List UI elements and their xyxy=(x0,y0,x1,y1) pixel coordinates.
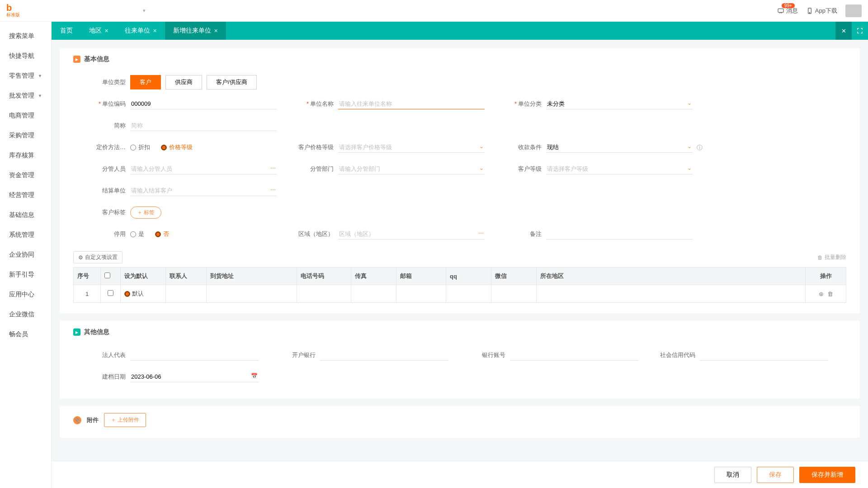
sidebar-item-purchase[interactable]: 采购管理 xyxy=(0,126,51,145)
custom-fields-button[interactable]: ⚙自定义项设置 xyxy=(73,251,123,263)
sidebar-item-label: 应用中心 xyxy=(9,291,34,299)
more-icon[interactable]: ⋯ xyxy=(478,230,484,236)
card-attach: 📎 附件 ＋ 上传附件 xyxy=(60,406,860,438)
avatar[interactable] xyxy=(845,5,862,17)
unit-class-select[interactable] xyxy=(546,99,693,109)
label-settle-unit: 结算单位 xyxy=(87,187,130,195)
cell-email[interactable] xyxy=(396,285,446,303)
tab-partners[interactable]: 往来单位✕ xyxy=(117,22,165,40)
label-owner-dept: 分管部门 xyxy=(295,165,338,173)
label-unit-type: 单位类型 xyxy=(87,78,130,86)
cell-contact[interactable] xyxy=(166,285,207,303)
sidebar-item-guide[interactable]: 新手引导 xyxy=(0,265,51,285)
created-date-input[interactable] xyxy=(130,371,259,382)
sidebar-item-member[interactable]: 畅会员 xyxy=(0,324,51,344)
more-icon[interactable]: ⋯ xyxy=(270,187,276,193)
row-checkbox[interactable] xyxy=(108,290,113,296)
tab-new-partner[interactable]: 新增往来单位✕ xyxy=(165,22,226,40)
add-tag-button[interactable]: ＋ 标签 xyxy=(130,206,161,219)
cell-wechat[interactable] xyxy=(491,285,537,303)
section-icon: ▸ xyxy=(73,328,80,336)
chevron-down-icon[interactable]: ⌄ xyxy=(479,143,484,150)
disable-yes[interactable]: 是 xyxy=(130,230,144,238)
batch-delete-button[interactable]: 🗑批量删除 xyxy=(817,251,846,263)
sidebar-item-wechat[interactable]: 企业微信 xyxy=(0,305,51,324)
cell-phone[interactable] xyxy=(297,285,351,303)
sidebar-item-system[interactable]: 系统管理 xyxy=(0,225,51,245)
pay-term-select[interactable] xyxy=(546,142,693,153)
label-price-level: 客户价格等级 xyxy=(295,143,338,151)
disable-no[interactable]: 否 xyxy=(155,230,169,238)
unit-name-input[interactable] xyxy=(338,99,485,109)
sidebar-item-retail[interactable]: 零售管理▼ xyxy=(0,66,51,86)
help-icon[interactable]: ⓘ xyxy=(697,144,703,152)
fullscreen-button[interactable] xyxy=(852,22,868,40)
sidebar-item-basic[interactable]: 基础信息 xyxy=(0,205,51,225)
save-button[interactable]: 保存 xyxy=(757,467,794,483)
chevron-down-icon[interactable]: ⌄ xyxy=(687,143,692,150)
legal-input[interactable] xyxy=(130,350,259,361)
cell-qq[interactable] xyxy=(446,285,491,303)
pricing-discount[interactable]: 折扣 xyxy=(130,143,150,151)
more-icon[interactable]: ⋯ xyxy=(270,165,276,171)
sidebar-item-label: 快捷导航 xyxy=(9,52,34,60)
cust-level-select[interactable] xyxy=(546,164,693,174)
region-input[interactable] xyxy=(338,229,485,239)
sidebar-item-wholesale[interactable]: 批发管理▼ xyxy=(0,86,51,106)
price-level-select[interactable] xyxy=(338,142,485,153)
tab-close-all-button[interactable]: ✕ xyxy=(835,22,852,40)
section-title-other: ▸ 其他信息 xyxy=(73,328,846,336)
chevron-down-icon[interactable]: ⌄ xyxy=(687,165,692,171)
tab-region[interactable]: 地区✕ xyxy=(81,22,117,40)
save-and-new-button[interactable]: 保存并新增 xyxy=(799,467,855,483)
credit-code-input[interactable] xyxy=(700,350,828,361)
sidebar-item-apps[interactable]: 应用中心 xyxy=(0,285,51,305)
remark-input[interactable] xyxy=(546,229,693,239)
bank-acc-input[interactable] xyxy=(510,350,638,361)
delete-row-icon[interactable]: 🗑 xyxy=(827,291,833,297)
upload-attachment-button[interactable]: ＋ 上传附件 xyxy=(104,413,146,427)
close-icon[interactable]: ✕ xyxy=(153,28,157,34)
unit-type-both[interactable]: 客户/供应商 xyxy=(207,75,257,89)
cell-fax[interactable] xyxy=(351,285,396,303)
sidebar-item-operation[interactable]: 经营管理 xyxy=(0,185,51,205)
unit-code-input[interactable] xyxy=(130,99,277,109)
unit-type-supplier[interactable]: 供应商 xyxy=(165,75,202,89)
calendar-icon[interactable]: 📅 xyxy=(251,373,258,379)
chevron-down-icon[interactable]: ⌄ xyxy=(479,165,484,171)
app-download-button[interactable]: App下载 xyxy=(806,7,837,15)
sidebar-item-inventory[interactable]: 库存核算 xyxy=(0,145,51,165)
add-row-icon[interactable]: ⊕ xyxy=(819,291,824,297)
sidebar-item-label: 畅会员 xyxy=(9,330,28,338)
pricing-level[interactable]: 价格等级 xyxy=(161,143,193,151)
unit-type-segment: 客户 供应商 客户/供应商 xyxy=(130,75,846,89)
sidebar-item-search[interactable]: 搜索菜单 xyxy=(0,26,51,46)
select-all-checkbox[interactable] xyxy=(104,272,110,278)
chevron-down-icon[interactable]: ⌄ xyxy=(687,100,692,106)
cancel-button[interactable]: 取消 xyxy=(714,467,751,483)
settle-unit-input[interactable] xyxy=(130,185,277,196)
th-seq: 序号 xyxy=(74,267,101,285)
messages-badge: 99+ xyxy=(782,3,795,8)
close-icon[interactable]: ✕ xyxy=(104,28,108,34)
unit-type-customer[interactable]: 客户 xyxy=(130,75,161,89)
app-download-label: App下载 xyxy=(815,7,837,15)
messages-button[interactable]: 消息 99+ xyxy=(777,7,798,15)
sidebar-item-collab[interactable]: 企业协同 xyxy=(0,245,51,265)
section-title-basic: ▸ 基本信息 xyxy=(73,55,846,63)
org-selector[interactable]: ▾ xyxy=(66,8,146,14)
sidebar-item-label: 采购管理 xyxy=(9,131,34,140)
trash-icon: 🗑 xyxy=(817,254,823,261)
sidebar-item-funds[interactable]: 资金管理 xyxy=(0,165,51,185)
short-name-input[interactable] xyxy=(130,120,277,131)
cell-area[interactable] xyxy=(537,285,806,303)
owner-input[interactable] xyxy=(130,164,277,174)
close-icon[interactable]: ✕ xyxy=(214,28,218,34)
sidebar-item-quicknav[interactable]: 快捷导航 xyxy=(0,46,51,66)
bank-input[interactable] xyxy=(320,350,448,361)
row-default-radio[interactable]: 默认 xyxy=(124,290,162,298)
sidebar-item-ecommerce[interactable]: 电商管理 xyxy=(0,106,51,126)
owner-dept-select[interactable] xyxy=(338,164,485,174)
tab-home[interactable]: 首页 xyxy=(52,22,81,40)
cell-addr[interactable] xyxy=(207,285,297,303)
